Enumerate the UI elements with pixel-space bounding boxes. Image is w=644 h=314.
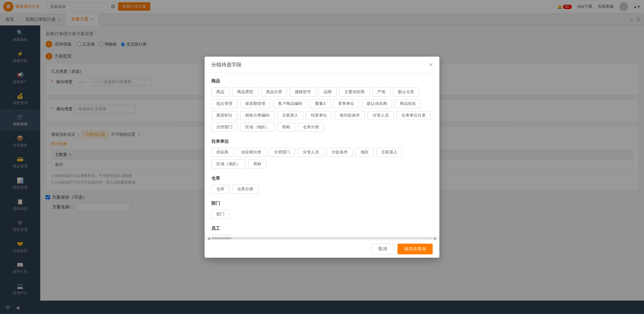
modal-header: 分组待选字段 × [205,57,439,73]
field-tag-0-20[interactable]: 分管人员 [368,111,394,120]
field-tag-1-5[interactable]: 地区 [356,148,374,157]
field-tag-0-11[interactable]: 重量3 [310,99,330,108]
field-section-1: 往来单位供应商供应商分类分管部门分管人员付款条件地区主联系人区域（地区）简称 [211,138,433,169]
field-tag-0-17[interactable]: 主联系人 [277,111,303,120]
field-section-3: 部门部门 [211,200,433,219]
field-tag-3-0[interactable]: 部门 [211,210,229,219]
field-tag-0-4[interactable]: 品牌 [319,87,337,97]
modal-title: 分组待选字段 [211,62,241,68]
field-tags-1: 供应商供应商分类分管部门分管人员付款条件地区主联系人区域（地区）简称 [211,148,433,169]
field-tag-0-23[interactable]: 区域（地区） [240,123,274,132]
field-tag-1-3[interactable]: 分管人员 [298,148,324,157]
modal-cancel-button[interactable]: 取消 [371,244,394,254]
field-tag-1-4[interactable]: 付款条件 [327,148,353,157]
field-tag-0-22[interactable]: 分管部门 [211,123,237,132]
section-title-1: 往来单位 [211,138,433,144]
field-tag-0-25[interactable]: 仓库分类 [298,123,324,132]
section-title-4: 员工 [211,226,433,232]
field-tags-3: 部门 [211,210,433,219]
field-tag-0-7[interactable]: 默认仓库 [393,87,419,97]
hscroll-track [211,237,433,239]
field-tag-0-1[interactable]: 商品类型 [232,87,258,97]
field-tag-0-2[interactable]: 商品分类 [261,87,287,97]
field-tags-0: 商品商品类型商品分类规格型号品牌主要供应商产地默认仓库批次管理保质期管理客户商品… [211,87,433,132]
modal-overlay: 分组待选字段 × 商品商品商品类型商品分类规格型号品牌主要供应商产地默认仓库批次… [0,0,644,314]
field-tag-0-6[interactable]: 产地 [372,87,390,97]
modal-body: 商品商品商品类型商品分类规格型号品牌主要供应商产地默认仓库批次管理保质期管理客户… [205,73,439,237]
field-tag-0-3[interactable]: 规格型号 [290,87,316,97]
field-tag-1-1[interactable]: 供应商分类 [236,148,266,157]
field-tag-0-18[interactable]: 结算单位 [306,111,332,120]
field-tag-2-0[interactable]: 仓库 [211,185,229,194]
modal-close-button[interactable]: × [429,61,433,68]
modal-confirm-button[interactable]: 保存并查询 [397,244,433,254]
section-title-3: 部门 [211,200,433,206]
field-tag-0-5[interactable]: 主要供应商 [339,87,370,97]
hscroll-thumb [211,237,231,239]
modal-footer: 取消 保存并查询 [205,240,439,258]
field-tag-1-2[interactable]: 分管部门 [269,148,295,157]
field-tag-0-21[interactable]: 往来单位分类 [396,111,431,120]
field-tag-1-6[interactable]: 主联系人 [376,148,402,157]
field-tag-0-24[interactable]: 简称 [277,123,295,132]
field-tag-0-13[interactable]: 默认供应商 [362,99,392,108]
field-tag-1-0[interactable]: 供应商 [211,148,233,157]
field-section-2: 仓库仓库仓库分类 [211,175,433,194]
field-selection-modal: 分组待选字段 × 商品商品商品类型商品分类规格型号品牌主要供应商产地默认仓库批次… [205,57,439,258]
field-tag-0-10[interactable]: 客户商品编码 [273,99,307,108]
field-section-4: 员工业务员 [211,226,433,237]
section-title-0: 商品 [211,78,433,84]
section-title-2: 仓库 [211,175,433,181]
field-tag-0-0[interactable]: 商品 [211,87,229,97]
field-tag-2-1[interactable]: 仓库分类 [232,185,258,194]
field-tag-0-15[interactable]: 拣货积分 [211,111,237,120]
field-tag-1-8[interactable]: 简称 [248,160,266,169]
field-tag-0-16[interactable]: 税收分类编码 [240,111,274,120]
modal-horizontal-scrollbar[interactable]: ◀ ▶ [205,237,439,240]
field-tag-0-8[interactable]: 批次管理 [211,99,237,108]
field-tag-1-7[interactable]: 区域（地区） [211,160,246,169]
field-tag-0-14[interactable]: 商品别名 [395,99,421,108]
field-section-0: 商品商品商品类型商品分类规格型号品牌主要供应商产地默认仓库批次管理保质期管理客户… [211,78,433,132]
field-tag-0-12[interactable]: 零售单位 [333,99,359,108]
field-tag-0-9[interactable]: 保质期管理 [240,99,270,108]
field-tag-0-19[interactable]: 收付款条件 [335,111,365,120]
field-tags-2: 仓库仓库分类 [211,185,433,194]
